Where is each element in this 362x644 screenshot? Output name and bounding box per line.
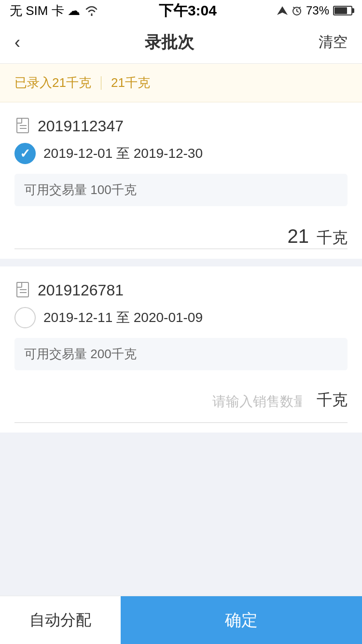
battery-icon xyxy=(333,6,352,15)
batch-card-1: 2019112347 2019-12-01 至 2019-12-30 可用交易量… xyxy=(0,102,362,259)
batch-date-text-1: 2019-12-01 至 2019-12-30 xyxy=(43,144,203,163)
batch-id-text-1: 2019112347 xyxy=(38,117,124,135)
batch-id-icon-2 xyxy=(14,281,33,299)
radio-1[interactable] xyxy=(14,143,36,164)
footer-bar: 自动分配 确定 xyxy=(0,596,362,644)
batch-value-unit-1: 千克 xyxy=(317,227,348,249)
auto-distribute-button[interactable]: 自动分配 xyxy=(0,596,121,644)
status-bar: 无 SIM 卡 ☁ 下午3:04 73% xyxy=(0,0,362,21)
banner-divider xyxy=(101,76,101,90)
batch-id-row-2: 2019126781 xyxy=(14,281,348,299)
battery-percent: 73% xyxy=(306,4,329,17)
svg-rect-11 xyxy=(17,282,22,287)
svg-line-3 xyxy=(297,11,298,12)
section-divider xyxy=(0,259,362,266)
back-button[interactable]: ‹ xyxy=(14,32,20,53)
batch-value-row-1: 21 千克 xyxy=(14,216,348,249)
batch-card-2: 2019126781 2019-12-11 至 2020-01-09 可用交易量… xyxy=(0,266,362,433)
batch-input-row-2: 千克 xyxy=(14,380,348,422)
svg-marker-0 xyxy=(277,6,288,15)
quantity-input-2[interactable] xyxy=(212,390,309,410)
recorded-value: 21千克 xyxy=(111,74,150,91)
page-title: 录批次 xyxy=(145,31,194,54)
location-icon xyxy=(277,5,288,16)
nav-bar: ‹ 录批次 清空 xyxy=(0,21,362,64)
batch-date-row-2[interactable]: 2019-12-11 至 2020-01-09 xyxy=(14,307,348,328)
wifi-icon xyxy=(85,5,98,16)
batch-avail-1: 可用交易量 100千克 xyxy=(14,174,348,206)
batch-date-text-2: 2019-12-11 至 2020-01-09 xyxy=(43,308,203,327)
status-time: 下午3:04 xyxy=(159,1,217,21)
recorded-label: 已录入21千克 xyxy=(14,74,91,91)
status-right: 73% xyxy=(277,4,352,17)
batch-unit-2: 千克 xyxy=(317,390,348,411)
radio-2[interactable] xyxy=(14,307,36,328)
confirm-button[interactable]: 确定 xyxy=(121,596,362,644)
batch-date-row-1[interactable]: 2019-12-01 至 2019-12-30 xyxy=(14,143,348,164)
status-left: 无 SIM 卡 ☁ xyxy=(10,2,98,19)
info-banner: 已录入21千克 21千克 xyxy=(0,64,362,102)
svg-rect-7 xyxy=(17,118,22,123)
document-icon-2 xyxy=(15,281,32,299)
batch-id-row-1: 2019112347 xyxy=(14,117,348,135)
document-icon-1 xyxy=(15,117,32,135)
batch-id-icon-1 xyxy=(14,117,33,135)
batch-value-num-1: 21 xyxy=(288,225,309,247)
batch-id-text-2: 2019126781 xyxy=(38,281,124,299)
alarm-icon xyxy=(292,5,302,16)
sim-label: 无 SIM 卡 ☁ xyxy=(10,2,80,19)
clear-button[interactable]: 清空 xyxy=(319,32,348,52)
batch-avail-2: 可用交易量 200千克 xyxy=(14,338,348,370)
